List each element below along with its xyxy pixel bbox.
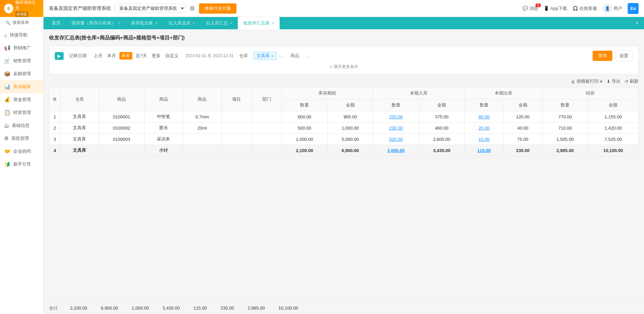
settings-icon[interactable]: ⚙	[189, 5, 195, 12]
bottom-total: 合计 2,100.00 6,900.00 1,000.00 3,435.00 1…	[49, 305, 305, 311]
sidebar-item-sales[interactable]: 🛒 销售管理	[0, 54, 43, 67]
warehouse-tag[interactable]: 文具库 ×	[253, 52, 277, 60]
out-qty-cell-link[interactable]: 20.00	[478, 126, 490, 131]
sidebar-item-basic[interactable]: 🗂 基础信息	[0, 119, 43, 132]
table-header-row-1: ⚙ 仓库 商品 商品 商品 项目 部门 库存期初 本期入库 本期出库 结存	[49, 87, 639, 99]
in-qty-cell-link[interactable]: 230.00	[389, 126, 403, 131]
tab-close-inout-flow[interactable]: ×	[193, 21, 195, 26]
out-amt-cell: 235.00	[503, 145, 542, 156]
sidebar-item-enterprise[interactable]: 🤝 企业协同	[0, 145, 43, 158]
marketing-icon: 📢	[4, 45, 11, 51]
sidebar-item-finance[interactable]: 💰 资金管理	[0, 93, 43, 106]
print-icon: 🖨	[571, 79, 575, 84]
begin-qty-cell: 2,100.00	[282, 145, 327, 156]
warehouse-dots[interactable]: ...	[279, 53, 285, 59]
goods-dots[interactable]: ...	[305, 53, 310, 59]
inventory-icon: 📊	[4, 84, 11, 90]
col-out-amt-header: 金额	[503, 99, 542, 111]
ea-avatar: Ea	[628, 3, 639, 14]
guide-icon: 🔰	[4, 161, 11, 167]
date-more[interactable]: 更多	[150, 52, 162, 60]
sidebar-item-inventory[interactable]: 📊 库存核算	[0, 80, 43, 93]
app-download-button[interactable]: 📱 App下载	[544, 5, 567, 12]
date-last-month[interactable]: 上月	[92, 52, 104, 60]
tab-batch[interactable]: 库存批次账 ×	[126, 17, 163, 29]
sidebar-item-guide[interactable]: 🔰 新手引导	[0, 158, 43, 171]
begin-amt-cell: 5,000.00	[327, 134, 373, 145]
out-qty-cell-link[interactable]: 15.00	[478, 137, 490, 142]
warehouse-label: 仓库	[239, 53, 248, 59]
page-title: 收发存汇总表(按仓库+商品编码+商品+规格型号+项目+部门)	[49, 35, 639, 41]
close-all-tabs-button[interactable]: ×	[633, 20, 641, 26]
system-selector[interactable]: 装备及固定资产辅助管理系统	[115, 4, 185, 13]
out-qty-cell[interactable]: 80.00	[465, 111, 503, 122]
warehouse-tag-close[interactable]: ×	[271, 53, 274, 59]
headset-icon: 🎧	[573, 6, 578, 11]
col-settings-header[interactable]: ⚙	[49, 87, 61, 111]
sidebar-item-system[interactable]: ⚙ 系统管理	[0, 132, 43, 145]
total-end-qty: 2,985.00	[241, 305, 272, 311]
message-button[interactable]: 💬 消息 6	[523, 5, 538, 12]
date-last7[interactable]: 近7天	[134, 52, 148, 60]
dept-cell	[252, 111, 282, 122]
date-custom[interactable]: 自定义	[164, 52, 180, 60]
out-qty-cell[interactable]: 15.00	[465, 134, 503, 145]
end-amt-cell: 7,525.00	[588, 134, 638, 145]
action-buttons: 查询 设置	[593, 50, 633, 61]
sales-icon: 🛒	[4, 58, 11, 64]
online-service-button[interactable]: 🎧 在线客服	[573, 5, 597, 12]
sidebar-item-operation[interactable]: 📋 经营管理	[0, 106, 43, 119]
user-avatar-button[interactable]: 👤 用户	[602, 4, 622, 13]
in-qty-cell-link[interactable]: 520.00	[389, 137, 403, 142]
spec-cell: 20ml	[183, 122, 221, 134]
home-icon: ⌂	[4, 32, 7, 38]
tab-home[interactable]: 首页	[46, 17, 66, 29]
out-qty-cell-link[interactable]: 80.00	[478, 114, 490, 119]
tab-close-recv-send[interactable]: ×	[272, 21, 274, 26]
sidebar-item-quick-nav[interactable]: ⌂ 快捷导航	[0, 29, 43, 42]
tab-close-inventory-dist[interactable]: ×	[118, 21, 120, 26]
system-icon: ⚙	[4, 135, 9, 142]
total-label: 合计	[49, 305, 63, 311]
table-row: 2文具库0100002胶水20ml500.001,000.00230.00460…	[49, 122, 639, 134]
in-qty-cell[interactable]: 250.00	[373, 111, 419, 122]
table-row: 1文具库0100001中性笔0.7mm600.00900.00250.00375…	[49, 111, 639, 122]
tab-recv-send[interactable]: 收发存汇总表 ×	[238, 17, 280, 29]
out-qty-cell[interactable]: 20.00	[465, 122, 503, 134]
query-button[interactable]: 查询	[593, 51, 612, 61]
total-in-qty: 1,000.00	[125, 305, 156, 311]
expand-more-button[interactable]: ∨ 展开更多条件	[329, 64, 358, 70]
in-qty-cell[interactable]: 230.00	[373, 122, 419, 134]
total-end-amt: 10,100.00	[272, 305, 305, 311]
in-qty-cell[interactable]: 520.00	[373, 134, 419, 145]
tab-inventory-dist[interactable]: 现存量（库存分布表） ×	[66, 17, 126, 29]
tab-inout-summary[interactable]: 出入库汇总 ×	[200, 17, 238, 29]
print-button[interactable]: 🖨 按模板打印 ▾	[571, 78, 602, 84]
col-in-qty-header: 数量	[373, 99, 419, 111]
tab-close-batch[interactable]: ×	[155, 21, 158, 26]
sidebar-item-purchase[interactable]: 📦 采购管理	[0, 67, 43, 80]
tab-inout-flow[interactable]: 出入库流水 ×	[163, 17, 200, 29]
dept-cell	[252, 145, 282, 156]
spec-cell	[183, 145, 221, 156]
in-qty-cell-link[interactable]: 250.00	[389, 114, 403, 119]
col-end-amt-header: 金额	[588, 99, 638, 111]
name-cell: 小计	[145, 145, 183, 156]
date-this-month[interactable]: 本月	[106, 52, 117, 60]
refresh-button[interactable]: ↺ 刷新	[625, 78, 639, 84]
in-qty-cell-link[interactable]: 1,000.00	[387, 148, 405, 153]
sidebar-item-marketing[interactable]: 📢 营销推广	[0, 42, 43, 54]
try-industry-button[interactable]: 体验行业方案	[199, 3, 236, 14]
out-qty-cell-link[interactable]: 115.00	[477, 148, 491, 153]
col-out-qty-header: 数量	[465, 99, 503, 111]
filter-expand-button[interactable]: ▶	[55, 52, 64, 60]
search-menu[interactable]: 🔍 搜索菜单	[0, 17, 43, 29]
refresh-icon: ↺	[625, 79, 628, 84]
setting-button[interactable]: 设置	[615, 50, 633, 61]
export-button[interactable]: ⬇ 导出	[607, 78, 621, 84]
in-qty-cell[interactable]: 1,000.00	[373, 145, 419, 156]
purchase-icon: 📦	[4, 71, 11, 77]
tab-close-inout-summary[interactable]: ×	[230, 21, 232, 26]
date-this-year[interactable]: 本年	[119, 52, 132, 60]
out-qty-cell[interactable]: 115.00	[465, 145, 503, 156]
